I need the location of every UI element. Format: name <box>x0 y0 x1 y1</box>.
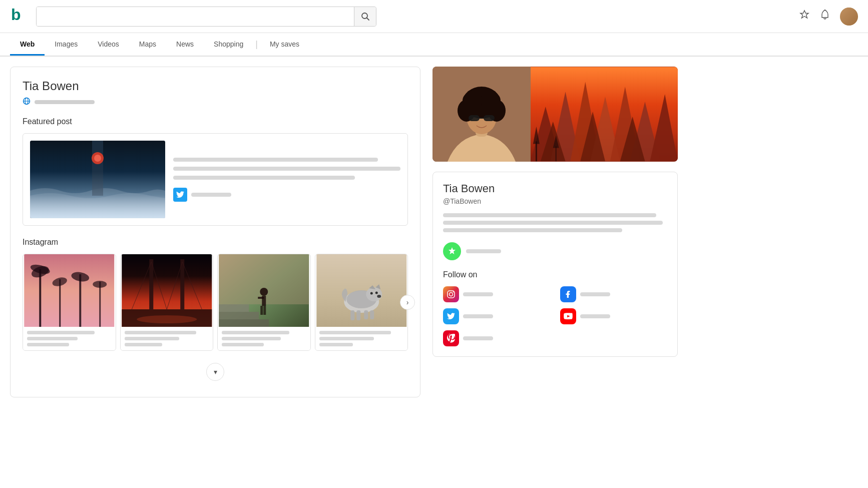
skeleton-line <box>319 331 391 334</box>
skeleton-line <box>125 331 196 334</box>
nav-web[interactable]: Web <box>10 34 45 56</box>
featured-post-label: Featured post <box>23 117 408 126</box>
right-profile-name: Tia Bowen <box>443 182 667 195</box>
follow-youtube[interactable] <box>560 308 667 324</box>
svg-point-21 <box>93 281 107 288</box>
notifications-icon[interactable] <box>820 10 830 23</box>
svg-rect-51 <box>356 310 360 320</box>
insta-img-4 <box>315 254 408 327</box>
svg-point-47 <box>370 292 372 295</box>
skeleton-line <box>319 337 374 340</box>
insta-caption-2 <box>121 327 213 350</box>
featured-post <box>23 133 408 226</box>
follow-on-title: Follow on <box>443 270 667 279</box>
nav-my-saves[interactable]: My saves <box>260 34 309 56</box>
svg-point-83 <box>453 292 454 293</box>
svg-rect-79 <box>556 147 557 162</box>
instagram-grid: › <box>23 254 408 351</box>
profile-card: Tia Bowen Featured post <box>10 67 420 397</box>
instagram-item-4[interactable] <box>315 254 408 351</box>
follow-grid <box>443 286 667 346</box>
instagram-next-arrow[interactable]: › <box>400 295 415 310</box>
nav-shopping[interactable]: Shopping <box>204 34 253 56</box>
svg-rect-52 <box>364 310 368 319</box>
nav-news[interactable]: News <box>166 34 204 56</box>
svg-point-11 <box>94 155 101 162</box>
svg-rect-13 <box>39 269 41 327</box>
instagram-name-skeleton <box>463 292 493 296</box>
follow-facebook[interactable] <box>560 286 667 302</box>
skeleton-line <box>173 167 400 171</box>
svg-rect-9 <box>92 141 103 196</box>
svg-point-62 <box>481 92 501 110</box>
svg-rect-77 <box>536 142 537 162</box>
show-more-button[interactable]: ▾ <box>23 359 408 385</box>
pinterest-social-icon <box>443 330 459 346</box>
instagram-social-icon <box>443 286 459 302</box>
right-photos <box>432 67 678 162</box>
svg-point-36 <box>260 288 268 296</box>
svg-rect-18 <box>79 274 81 327</box>
instagram-item-1[interactable] <box>23 254 116 351</box>
svg-point-49 <box>377 295 381 298</box>
right-panel: Tia Bowen @TiaBowen Follow on <box>432 67 678 397</box>
skeleton-line <box>443 221 663 225</box>
svg-text:b: b <box>11 6 21 23</box>
instagram-item-3[interactable] <box>217 254 311 351</box>
url-bar-skeleton <box>35 100 95 104</box>
globe-icon <box>23 97 31 107</box>
svg-rect-34 <box>219 312 259 319</box>
svg-line-3 <box>366 18 369 20</box>
skeleton-line <box>125 343 163 346</box>
skeleton-line <box>443 228 622 232</box>
search-button[interactable] <box>354 7 376 26</box>
linktree-icon[interactable] <box>443 242 461 260</box>
svg-rect-63 <box>469 115 480 121</box>
skeleton-line <box>443 213 656 217</box>
instagram-item-2[interactable] <box>120 254 214 351</box>
insta-img-1 <box>23 254 116 327</box>
rewards-icon[interactable] <box>799 10 810 23</box>
youtube-name-skeleton <box>580 314 610 318</box>
header-icons <box>799 8 858 26</box>
skeleton-line <box>222 343 264 346</box>
nav-images[interactable]: Images <box>45 34 88 56</box>
bing-logo[interactable]: b <box>10 5 28 28</box>
svg-rect-16 <box>59 279 61 327</box>
insta-caption-1 <box>23 327 116 350</box>
featured-post-img-inner <box>30 141 165 218</box>
skeleton-line <box>27 331 95 334</box>
insta-caption-3 <box>218 327 310 350</box>
skeleton-line <box>27 343 69 346</box>
insta-caption-4 <box>315 327 408 350</box>
twitter-name-skeleton <box>463 314 493 318</box>
svg-rect-33 <box>219 304 249 312</box>
skeleton-line <box>173 176 355 180</box>
nav-maps[interactable]: Maps <box>129 34 166 56</box>
svg-rect-64 <box>484 115 495 121</box>
skeleton-line <box>319 343 353 346</box>
insta-img-3 <box>218 254 310 327</box>
svg-rect-40 <box>263 306 266 315</box>
featured-post-image[interactable] <box>30 141 165 218</box>
nav-videos[interactable]: Videos <box>88 34 129 56</box>
skeleton-line <box>173 158 378 162</box>
youtube-social-icon <box>560 308 576 324</box>
search-input[interactable] <box>37 7 354 26</box>
right-photo-canyon <box>531 67 678 162</box>
instagram-section: Instagram <box>23 238 408 351</box>
twitter-social-icon <box>443 308 459 324</box>
pinterest-name-skeleton <box>463 336 493 340</box>
svg-rect-39 <box>260 306 263 315</box>
right-handle: @TiaBowen <box>443 197 667 205</box>
follow-instagram[interactable] <box>443 286 550 302</box>
right-description <box>443 213 667 232</box>
follow-pinterest[interactable] <box>443 330 550 346</box>
avatar[interactable] <box>840 8 858 26</box>
follow-twitter[interactable] <box>443 308 550 324</box>
skeleton-line <box>27 337 78 340</box>
twitter-icon[interactable] <box>173 188 187 202</box>
svg-rect-20 <box>99 282 101 327</box>
svg-point-44 <box>366 287 382 301</box>
svg-rect-53 <box>370 310 374 319</box>
